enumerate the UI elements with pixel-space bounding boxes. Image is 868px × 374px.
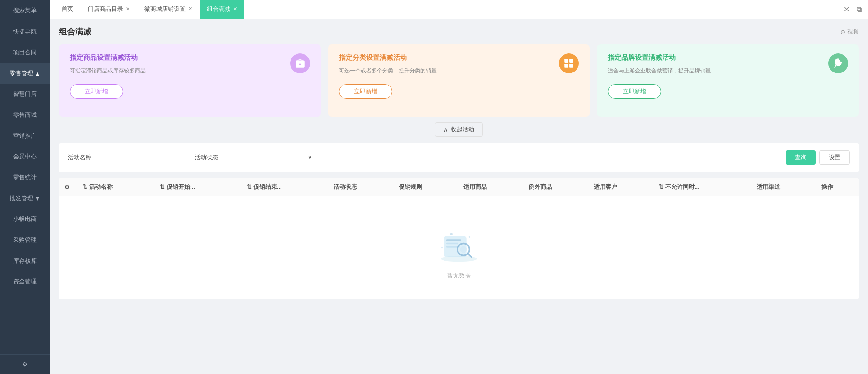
gear-icon: ⚙ bbox=[64, 184, 70, 191]
restore-window-button[interactable]: ⧉ bbox=[855, 5, 863, 14]
empty-illustration bbox=[436, 229, 482, 265]
card-brand-title: 指定品牌设置满减活动 bbox=[608, 53, 848, 62]
sidebar-settings-button[interactable]: ⚙ bbox=[0, 354, 50, 374]
card-category-add-button[interactable]: 立即新增 bbox=[339, 84, 392, 99]
table-container: ⚙ ⇅ 活动名称 ⇅ 促销开始... ⇅ 促销结束... bbox=[59, 178, 859, 299]
collapse-activity-button[interactable]: ∧ 收起活动 bbox=[435, 122, 483, 137]
activity-name-input[interactable] bbox=[95, 152, 186, 163]
close-icon[interactable]: ✕ bbox=[233, 6, 237, 12]
video-link[interactable]: ⊙ 视频 bbox=[840, 28, 859, 36]
table-col-not-allow-same-time[interactable]: ⇅ 不允许同时... bbox=[653, 178, 751, 196]
chevron-down-icon: ▼ bbox=[35, 195, 41, 202]
card-brand: 指定品牌设置满减活动 适合与上游企业联合做营销，提升品牌销量 立即新增 bbox=[597, 44, 859, 117]
svg-rect-1 bbox=[569, 59, 573, 63]
table-col-promo-start[interactable]: ⇅ 促销开始... bbox=[154, 178, 241, 196]
sidebar-item-project-contract[interactable]: 项目合同 bbox=[0, 42, 50, 63]
table-col-applicable-channel: 适用渠道 bbox=[751, 178, 816, 196]
empty-state-cell: 暂无数据 bbox=[59, 196, 859, 299]
tab-wechat-store-setting[interactable]: 微商城店铺设置 ✕ bbox=[137, 0, 200, 19]
col-sort-icon: ⇅ bbox=[247, 183, 252, 190]
activity-status-select[interactable]: ∨ bbox=[222, 152, 312, 163]
table-col-promo-rule: 促销规则 bbox=[393, 178, 458, 196]
empty-state-row: 暂无数据 bbox=[59, 196, 859, 299]
sidebar-item-marketing[interactable]: 营销推广 bbox=[0, 125, 50, 146]
chevron-up-icon: ▲ bbox=[35, 70, 41, 77]
empty-text: 暂无数据 bbox=[64, 272, 854, 280]
sidebar-item-inventory-calc[interactable]: 库存核算 bbox=[0, 250, 50, 271]
card-product-title: 指定商品设置满减活动 bbox=[70, 53, 310, 62]
svg-point-14 bbox=[441, 247, 443, 248]
activity-table: ⚙ ⇅ 活动名称 ⇅ 促销开始... ⇅ 促销结束... bbox=[59, 178, 859, 299]
activity-status-label: 活动状态 bbox=[195, 153, 218, 162]
filter-bar: 活动名称 活动状态 ∨ 查询 设置 bbox=[59, 143, 859, 172]
card-category-title: 指定分类设置满减活动 bbox=[339, 53, 579, 62]
close-window-button[interactable]: ✕ bbox=[842, 5, 851, 14]
table-body: 暂无数据 bbox=[59, 196, 859, 299]
card-product-icon bbox=[290, 53, 310, 73]
sidebar-item-member-center[interactable]: 会员中心 bbox=[0, 146, 50, 167]
svg-point-13 bbox=[469, 236, 470, 238]
chevron-down-icon: ∨ bbox=[308, 154, 312, 161]
svg-rect-3 bbox=[569, 64, 573, 68]
tab-home[interactable]: 首页 bbox=[54, 0, 81, 19]
activity-name-label: 活动名称 bbox=[68, 153, 91, 162]
table-col-operation: 操作 bbox=[816, 178, 859, 196]
cards-row: 指定商品设置满减活动 可指定滞销商品或库存较多商品 立即新增 指定分类设置满减活… bbox=[59, 44, 859, 117]
card-brand-desc: 适合与上游企业联合做营销，提升品牌销量 bbox=[608, 67, 848, 75]
svg-point-10 bbox=[460, 246, 467, 253]
svg-rect-0 bbox=[565, 59, 569, 63]
table-col-promo-end[interactable]: ⇅ 促销结束... bbox=[241, 178, 328, 196]
table-header-row: ⚙ ⇅ 活动名称 ⇅ 促销开始... ⇅ 促销结束... bbox=[59, 178, 859, 196]
card-brand-add-button[interactable]: 立即新增 bbox=[608, 84, 661, 99]
setting-button[interactable]: 设置 bbox=[819, 150, 850, 165]
sidebar-item-retail-manage[interactable]: 零售管理 ▲ bbox=[0, 63, 50, 84]
sidebar-item-search-menu[interactable]: 搜索菜单 bbox=[0, 0, 50, 21]
sidebar-item-wholesale-manage[interactable]: 批发管理 ▼ bbox=[0, 188, 50, 209]
table-col-applicable-customer: 适用客户 bbox=[588, 178, 653, 196]
sidebar-item-retail-stats[interactable]: 零售统计 bbox=[0, 167, 50, 188]
svg-rect-2 bbox=[565, 64, 569, 68]
sidebar-item-fund-manage[interactable]: 资金管理 bbox=[0, 271, 50, 292]
svg-point-12 bbox=[450, 233, 453, 235]
empty-state: 暂无数据 bbox=[64, 201, 854, 293]
tab-combo-discount[interactable]: 组合满减 ✕ bbox=[200, 0, 244, 19]
card-product-desc: 可指定滞销商品或库存较多商品 bbox=[70, 67, 310, 75]
table-col-applicable-goods: 适用商品 bbox=[458, 178, 523, 196]
card-category: 指定分类设置满减活动 可选一个或者多个分类，提升分类的销量 立即新增 bbox=[328, 44, 590, 117]
collapse-bar: ∧ 收起活动 bbox=[59, 122, 859, 137]
table-col-exception-goods: 例外商品 bbox=[523, 178, 588, 196]
col-sort-icon: ⇅ bbox=[160, 183, 165, 190]
sidebar: 搜索菜单 快捷导航 项目合同 零售管理 ▲ 智慧门店 零售商城 营销推广 会员中… bbox=[0, 0, 50, 374]
tab-bar: 首页 门店商品目录 ✕ 微商城店铺设置 ✕ 组合满减 ✕ ✕ ⧉ bbox=[50, 0, 868, 19]
col-sort-icon: ⇅ bbox=[658, 183, 663, 190]
card-category-desc: 可选一个或者多个分类，提升分类的销量 bbox=[339, 67, 579, 75]
page-title: 组合满减 bbox=[59, 26, 91, 37]
tab-actions: ✕ ⧉ bbox=[842, 5, 863, 14]
col-sort-icon: ⇅ bbox=[82, 183, 87, 190]
svg-rect-7 bbox=[446, 243, 458, 244]
table-col-activity-status: 活动状态 bbox=[328, 178, 393, 196]
card-product-add-button[interactable]: 立即新增 bbox=[70, 84, 123, 99]
table-col-activity-name[interactable]: ⇅ 活动名称 bbox=[77, 178, 154, 196]
table-col-gear[interactable]: ⚙ bbox=[59, 178, 77, 196]
gear-icon: ⚙ bbox=[22, 361, 28, 368]
sidebar-item-smart-store[interactable]: 智慧门店 bbox=[0, 84, 50, 105]
tab-store-catalog[interactable]: 门店商品目录 ✕ bbox=[81, 0, 137, 19]
svg-rect-6 bbox=[446, 239, 461, 241]
sidebar-item-purchase-manage[interactable]: 采购管理 bbox=[0, 230, 50, 250]
sidebar-item-xiaochang-ecom[interactable]: 小畅电商 bbox=[0, 209, 50, 230]
page-content: 组合满减 ⊙ 视频 指定商品设置满减活动 可指定滞销商品或库存较多商品 立即新增 bbox=[50, 19, 868, 374]
sidebar-item-retail-mall[interactable]: 零售商城 bbox=[0, 105, 50, 125]
close-icon[interactable]: ✕ bbox=[126, 6, 130, 12]
query-button[interactable]: 查询 bbox=[786, 150, 816, 165]
sidebar-item-quick-nav[interactable]: 快捷导航 bbox=[0, 21, 50, 42]
filter-activity-name: 活动名称 bbox=[68, 152, 186, 163]
play-circle-icon: ⊙ bbox=[840, 29, 845, 35]
page-header: 组合满减 ⊙ 视频 bbox=[59, 26, 859, 37]
card-brand-icon bbox=[828, 53, 848, 73]
filter-actions: 查询 设置 bbox=[786, 150, 850, 165]
chevron-up-icon: ∧ bbox=[444, 126, 448, 133]
main-area: 首页 门店商品目录 ✕ 微商城店铺设置 ✕ 组合满减 ✕ ✕ ⧉ 组合满减 ⊙ … bbox=[50, 0, 868, 374]
filter-activity-status: 活动状态 ∨ bbox=[195, 152, 312, 163]
close-icon[interactable]: ✕ bbox=[188, 6, 192, 12]
